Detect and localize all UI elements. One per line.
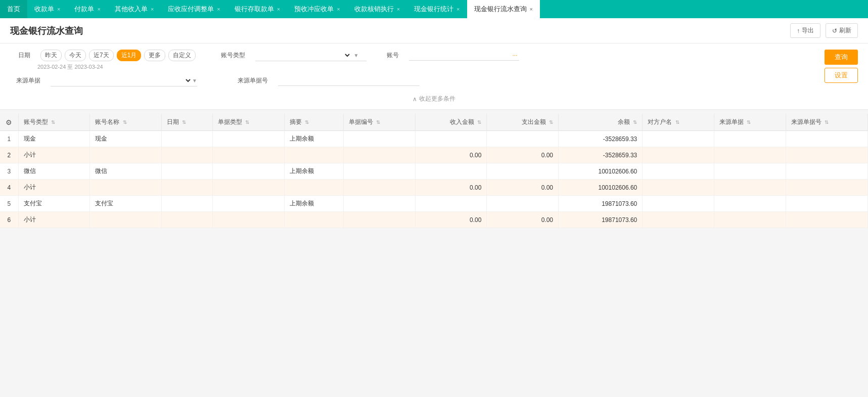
nav-tab-预收冲应收单[interactable]: 预收冲应收单 × xyxy=(287,0,347,18)
sort-icon: ⇅ xyxy=(477,119,481,125)
cell-date xyxy=(161,147,212,163)
cell-account-type: 小计 xyxy=(18,180,90,196)
settings-button[interactable]: 设置 xyxy=(825,68,858,83)
cell-source-doc-no xyxy=(786,147,867,163)
nav-home[interactable]: 首页 xyxy=(0,0,27,18)
cell-summary xyxy=(284,180,343,196)
cell-doc-type xyxy=(212,147,284,163)
cell-expense xyxy=(487,131,559,147)
cell-balance: 100102606.60 xyxy=(559,180,643,196)
th-gear[interactable]: ⚙ xyxy=(0,114,18,131)
close-icon[interactable]: × xyxy=(97,6,100,12)
cell-counterpart xyxy=(643,147,714,163)
th-balance-label: 余额 xyxy=(618,118,630,125)
close-icon[interactable]: × xyxy=(217,6,220,12)
th-source-doc[interactable]: 来源单据 ⇅ xyxy=(714,114,786,131)
account-no-input[interactable] xyxy=(409,50,510,60)
date-shortcuts: 昨天 今天 近7天 近1月 更多 自定义 xyxy=(40,50,196,61)
cell-counterpart xyxy=(643,180,714,196)
nav-tab-收款单[interactable]: 收款单 × xyxy=(27,0,67,18)
nav-tab-现金银行流水查询[interactable]: 现金银行流水查询 × xyxy=(467,0,540,18)
th-account-type[interactable]: 账号类型 ⇅ xyxy=(18,114,90,131)
cell-expense xyxy=(487,196,559,212)
cell-account-name xyxy=(90,212,162,228)
date-label: 日期 xyxy=(10,51,30,60)
nav-tab-收款核销执行[interactable]: 收款核销执行 × xyxy=(347,0,407,18)
close-icon[interactable]: × xyxy=(456,6,460,12)
tab-label: 银行存取款单 xyxy=(235,5,274,14)
cell-income: 0.00 xyxy=(415,212,487,228)
cell-seq: 4 xyxy=(0,180,18,196)
cell-expense xyxy=(487,163,559,180)
table-row: 3微信微信上期余额100102606.60 xyxy=(0,163,868,180)
refresh-button[interactable]: ↺ 刷新 xyxy=(826,23,858,38)
close-icon[interactable]: × xyxy=(151,6,154,12)
th-doc-no[interactable]: 单据编号 ⇅ xyxy=(343,114,415,131)
header-actions: ↑ 导出 ↺ 刷新 xyxy=(790,23,858,38)
cell-source-doc-no xyxy=(786,180,867,196)
th-date[interactable]: 日期 ⇅ xyxy=(161,114,212,131)
th-balance[interactable]: 余额 ⇅ xyxy=(559,114,643,131)
cell-income xyxy=(415,196,487,212)
close-icon[interactable]: × xyxy=(397,6,400,12)
account-no-dots-icon[interactable]: ··· xyxy=(510,52,519,59)
sort-icon: ⇅ xyxy=(675,119,679,125)
table-container: ⚙ 账号类型 ⇅ 账号名称 ⇅ 日期 ⇅ 单据类型 ⇅ xyxy=(0,114,868,228)
account-type-select[interactable] xyxy=(255,50,351,61)
th-expense[interactable]: 支出金额 ⇅ xyxy=(487,114,559,131)
cell-doc-no xyxy=(343,196,415,212)
cell-summary: 上期余额 xyxy=(284,163,343,180)
cell-counterpart xyxy=(643,212,714,228)
th-income[interactable]: 收入金额 ⇅ xyxy=(415,114,487,131)
cell-doc-no xyxy=(343,131,415,147)
sort-icon: ⇅ xyxy=(825,119,829,125)
source-doc-label: 来源单据 xyxy=(10,76,40,85)
cell-doc-type xyxy=(212,163,284,180)
source-doc-select[interactable] xyxy=(51,75,192,86)
cell-account-type: 支付宝 xyxy=(18,196,90,212)
custom-btn[interactable]: 自定义 xyxy=(168,50,196,61)
cell-source-doc xyxy=(714,147,786,163)
nav-tab-其他收入单[interactable]: 其他收入单 × xyxy=(108,0,161,18)
tab-label: 预收冲应收单 xyxy=(294,5,334,14)
table-row: 6小计0.000.0019871073.60 xyxy=(0,212,868,228)
top-navigation: 首页 收款单 × 付款单 × 其他收入单 × 应收应付调整单 × 银行存取款单 … xyxy=(0,0,868,18)
last1m-btn[interactable]: 近1月 xyxy=(117,50,142,61)
source-doc-no-input[interactable] xyxy=(278,75,420,86)
nav-tab-应收应付调整单[interactable]: 应收应付调整单 × xyxy=(161,0,227,18)
yesterday-btn[interactable]: 昨天 xyxy=(40,50,62,61)
table-row: 5支付宝支付宝上期余额19871073.60 xyxy=(0,196,868,212)
th-account-name[interactable]: 账号名称 ⇅ xyxy=(90,114,162,131)
cell-seq: 5 xyxy=(0,196,18,212)
collapse-bar[interactable]: ∧ 收起更多条件 xyxy=(10,95,858,103)
close-icon[interactable]: × xyxy=(530,6,533,12)
source-doc-no-label: 来源单据号 xyxy=(238,76,268,85)
tab-label: 收款核销执行 xyxy=(354,5,394,14)
close-icon[interactable]: × xyxy=(277,6,280,12)
th-doc-type[interactable]: 单据类型 ⇅ xyxy=(212,114,284,131)
cell-account-name: 现金 xyxy=(90,131,162,147)
account-type-label: 账号类型 xyxy=(221,51,245,60)
account-no-label: 账号 xyxy=(387,51,399,60)
cell-balance: -3528659.33 xyxy=(559,131,643,147)
query-button[interactable]: 查询 xyxy=(825,50,858,65)
th-account-name-label: 账号名称 xyxy=(95,118,119,125)
close-icon[interactable]: × xyxy=(337,6,340,12)
cell-account-type: 小计 xyxy=(18,212,90,228)
cell-doc-no xyxy=(343,180,415,196)
cell-summary xyxy=(284,147,343,163)
th-doc-no-label: 单据编号 xyxy=(349,118,373,125)
today-btn[interactable]: 今天 xyxy=(65,50,86,61)
th-source-doc-no[interactable]: 来源单据号 ⇅ xyxy=(786,114,867,131)
last7-btn[interactable]: 近7天 xyxy=(89,50,114,61)
export-button[interactable]: ↑ 导出 xyxy=(790,23,820,38)
th-counterpart[interactable]: 对方户名 ⇅ xyxy=(643,114,714,131)
th-summary[interactable]: 摘要 ⇅ xyxy=(284,114,343,131)
sort-icon: ⇅ xyxy=(633,119,637,125)
nav-tab-付款单[interactable]: 付款单 × xyxy=(67,0,107,18)
nav-tab-银行存取款单[interactable]: 银行存取款单 × xyxy=(227,0,287,18)
filter-area: 日期 昨天 今天 近7天 近1月 更多 自定义 账号类型 ▼ 账号 xyxy=(0,43,868,110)
close-icon[interactable]: × xyxy=(57,6,60,12)
more-btn[interactable]: 更多 xyxy=(144,50,165,61)
nav-tab-现金银行统计[interactable]: 现金银行统计 × xyxy=(407,0,467,18)
